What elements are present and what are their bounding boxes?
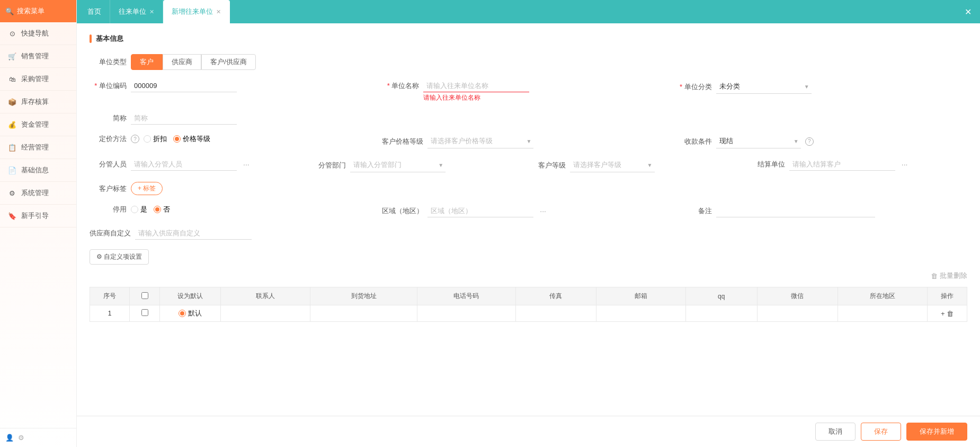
sidebar-item-finance[interactable]: 💰 资金管理 <box>0 113 76 136</box>
custom-settings-button[interactable]: ⚙ 自定义项设置 <box>90 249 149 265</box>
department-wrapper: 请输入分管部门 ▼ <box>350 158 446 172</box>
pricing-level-radio[interactable]: 价格等级 <box>173 134 210 144</box>
settings-icon[interactable]: ⚙ <box>18 434 24 442</box>
sidebar-item-sales[interactable]: 🛒 销售管理 <box>0 45 76 68</box>
tab-unit-list[interactable]: 往来单位 ✕ <box>110 0 163 23</box>
sidebar-item-guide[interactable]: 🔖 新手引导 <box>0 205 76 227</box>
sidebar-item-label: 系统管理 <box>21 188 49 198</box>
short-name-input[interactable] <box>131 112 237 125</box>
supplier-custom-group: 供应商自定义 <box>90 227 967 240</box>
unit-name-input[interactable] <box>423 80 529 92</box>
payment-terms-value: 现结 <box>716 134 801 148</box>
gear-icon: ⚙ <box>7 188 17 198</box>
remark-group: 备注 <box>675 205 967 217</box>
region-input[interactable] <box>427 205 533 217</box>
main-area: 首页 往来单位 ✕ 新增往来单位 ✕ ✕ 基本信息 单位类型 客户 供应商 客 <box>77 0 980 447</box>
col-checkbox <box>130 287 160 305</box>
sidebar-item-label: 快捷导航 <box>21 29 49 38</box>
unit-type-supplier-btn[interactable]: 供应商 <box>163 54 201 70</box>
unit-type-both-btn[interactable]: 客户/供应商 <box>201 54 256 70</box>
bag-icon: 🛍 <box>7 74 17 84</box>
window-close-button[interactable]: ✕ <box>958 5 978 19</box>
settlement-input[interactable] <box>789 158 895 171</box>
qq-input[interactable] <box>706 310 737 318</box>
sidebar-item-ops[interactable]: 📋 经营管理 <box>0 136 76 159</box>
remark-input[interactable] <box>716 205 875 217</box>
payment-terms-help-icon[interactable]: ? <box>805 137 814 146</box>
disabled-no-radio[interactable]: 否 <box>154 205 170 214</box>
payment-terms-wrapper: 现结 ▼ <box>716 134 801 148</box>
payment-terms-label: 收款条件 <box>675 137 712 146</box>
wechat-input[interactable] <box>779 310 816 318</box>
tab-bar: 首页 往来单位 ✕ 新增往来单位 ✕ ✕ <box>77 0 980 23</box>
fax-input[interactable] <box>537 310 574 318</box>
sidebar-item-quick-nav[interactable]: ⊙ 快捷导航 <box>0 22 76 45</box>
col-email: 邮箱 <box>596 287 685 305</box>
unit-code-input[interactable] <box>131 80 237 92</box>
sidebar-item-inventory[interactable]: 📦 库存核算 <box>0 91 76 113</box>
sidebar-item-label: 新手引导 <box>21 211 49 221</box>
phone-input[interactable] <box>442 310 490 318</box>
disabled-no-circle <box>154 206 161 213</box>
supplier-custom-label: 供应商自定义 <box>90 229 131 238</box>
address-input[interactable] <box>337 310 390 318</box>
row-add-btn[interactable]: + <box>941 310 945 318</box>
manager-label: 分管人员 <box>90 160 127 169</box>
contact-input[interactable] <box>244 310 287 318</box>
sidebar-search-label: 搜索菜单 <box>17 6 44 16</box>
customer-level-group: 客户等级 请选择客户等级 ▼ <box>529 158 748 172</box>
pricing-row: 定价方法 ? 折扣 价格等级 客户价格等级 请选择客户价格等级 <box>90 134 967 148</box>
tab-unit-list-label: 往来单位 <box>119 7 146 16</box>
col-default: 设为默认 <box>160 287 221 305</box>
cancel-button[interactable]: 取消 <box>815 423 856 441</box>
tab-home-label: 首页 <box>87 7 101 16</box>
settlement-ellipsis-btn[interactable]: ··· <box>899 160 910 169</box>
money-icon: 💰 <box>7 120 17 129</box>
batch-delete-button[interactable]: 🗑 批量删除 <box>931 271 967 281</box>
section-icon <box>90 34 92 43</box>
col-fax: 传真 <box>515 287 596 305</box>
disabled-yes-radio[interactable]: 是 <box>131 205 147 214</box>
manager-input[interactable] <box>131 158 237 171</box>
pricing-method-help-icon[interactable]: ? <box>131 135 139 143</box>
pricing-discount-radio[interactable]: 折扣 <box>144 134 167 144</box>
manager-ellipsis-btn[interactable]: ··· <box>241 160 252 169</box>
save-new-button[interactable]: 保存并新增 <box>906 423 967 441</box>
tab-new-unit[interactable]: 新增往来单位 ✕ <box>163 0 230 23</box>
tab-unit-list-close[interactable]: ✕ <box>149 8 154 15</box>
short-name-label: 简称 <box>90 113 127 123</box>
select-all-checkbox[interactable] <box>141 292 148 299</box>
sidebar-search[interactable]: 🔍 搜索菜单 <box>0 0 76 22</box>
unit-type-customer-btn[interactable]: 客户 <box>131 54 163 70</box>
row-delete-btn[interactable]: 🗑 <box>947 310 954 318</box>
unit-code-label: 单位编码 <box>90 81 127 91</box>
supplier-custom-row: 供应商自定义 <box>90 227 967 240</box>
row-address <box>310 305 417 322</box>
region-ellipsis-btn[interactable]: ··· <box>538 207 548 215</box>
row-region-input[interactable] <box>861 310 904 318</box>
tab-new-unit-label: 新增往来单位 <box>172 7 213 16</box>
save-button[interactable]: 保存 <box>861 423 901 441</box>
customer-price-level-label: 客户价格等级 <box>382 137 423 146</box>
row-select-checkbox[interactable] <box>141 309 148 316</box>
payment-terms-group: 收款条件 现结 ▼ ? <box>675 134 967 148</box>
sidebar-item-system[interactable]: ⚙ 系统管理 <box>0 182 76 205</box>
add-tag-button[interactable]: + 标签 <box>131 182 163 195</box>
code-name-category-row: 单位编码 单位名称 请输入往来单位名称 单位分类 未分类 ▼ <box>90 80 967 102</box>
supplier-custom-input[interactable] <box>135 227 252 240</box>
unit-category-group: 单位分类 未分类 ▼ <box>675 80 967 94</box>
row-default-radio[interactable]: 默认 <box>165 309 215 318</box>
email-input[interactable] <box>620 310 662 318</box>
sidebar-item-basic[interactable]: 📄 基础信息 <box>0 159 76 182</box>
customer-level-placeholder: 请选择客户等级 <box>570 158 655 172</box>
tab-home[interactable]: 首页 <box>79 0 110 23</box>
manager-group: 分管人员 ··· <box>90 158 309 171</box>
batch-delete-icon: 🗑 <box>931 272 938 280</box>
pricing-method-label: 定价方法 <box>90 134 127 144</box>
tab-new-unit-close[interactable]: ✕ <box>216 8 221 15</box>
row-checkbox <box>130 305 160 322</box>
customer-level-wrapper: 请选择客户等级 ▼ <box>570 158 655 172</box>
sidebar-item-purchase[interactable]: 🛍 采购管理 <box>0 68 76 91</box>
row-qq <box>685 305 757 322</box>
col-contact: 联系人 <box>221 287 310 305</box>
